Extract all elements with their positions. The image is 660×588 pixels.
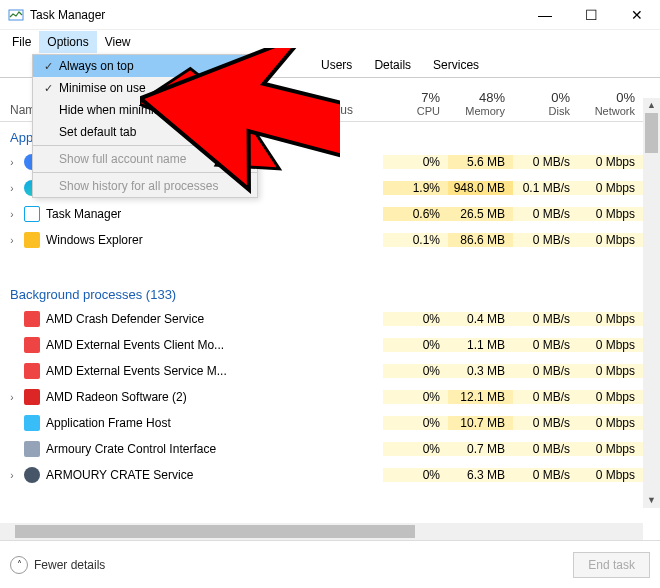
table-row[interactable]: ›ARMOURY CRATE Service 0%6.3 MB0 MB/s0 M… <box>0 462 660 488</box>
titlebar: Task Manager — ☐ ✕ <box>0 0 660 30</box>
vertical-scrollbar[interactable]: ▲ ▼ <box>643 98 660 508</box>
app-icon <box>24 389 40 405</box>
chevron-up-icon: ˄ <box>10 556 28 574</box>
menu-hide-when-minimised[interactable]: Hide when minimised <box>33 99 257 121</box>
menu-set-default-tab[interactable]: Set default tab▸ <box>33 121 257 143</box>
col-memory-header[interactable]: 48%Memory <box>448 78 513 121</box>
app-icon <box>24 311 40 327</box>
menu-minimise-on-use[interactable]: ✓Minimise on use <box>33 77 257 99</box>
chevron-right-icon[interactable]: › <box>6 183 18 194</box>
app-icon <box>24 441 40 457</box>
fewer-details-button[interactable]: ˄ Fewer details <box>10 556 105 574</box>
col-cpu-header[interactable]: 7%CPU <box>383 78 448 121</box>
app-icon <box>24 206 40 222</box>
table-row[interactable]: ›Application Frame Host 0%10.7 MB0 MB/s0… <box>0 410 660 436</box>
scroll-up-icon[interactable]: ▲ <box>643 98 660 113</box>
table-row[interactable]: ›AMD External Events Service M... 0%0.3 … <box>0 358 660 384</box>
scroll-thumb[interactable] <box>645 113 658 153</box>
chevron-right-icon[interactable]: › <box>6 392 18 403</box>
col-network-header[interactable]: 0%Network <box>578 78 643 121</box>
app-icon <box>24 232 40 248</box>
close-button[interactable]: ✕ <box>614 0 660 30</box>
end-task-button[interactable]: End task <box>573 552 650 578</box>
check-icon: ✓ <box>37 60 59 73</box>
separator <box>33 172 257 173</box>
maximize-button[interactable]: ☐ <box>568 0 614 30</box>
separator <box>33 145 257 146</box>
app-icon <box>24 363 40 379</box>
menu-show-full-account: Show full account name <box>33 148 257 170</box>
footer: ˄ Fewer details End task <box>0 540 660 588</box>
table-row[interactable]: ›AMD External Events Client Mo... 0%1.1 … <box>0 332 660 358</box>
chevron-right-icon[interactable]: › <box>6 209 18 220</box>
chevron-right-icon[interactable]: › <box>6 235 18 246</box>
app-icon <box>24 337 40 353</box>
menu-options[interactable]: Options <box>39 31 96 53</box>
chevron-right-icon[interactable]: › <box>6 157 18 168</box>
minimize-button[interactable]: — <box>522 0 568 30</box>
options-dropdown: ✓Always on top ✓Minimise on use Hide whe… <box>32 54 258 198</box>
menu-file[interactable]: File <box>4 31 39 53</box>
horizontal-scrollbar[interactable] <box>0 523 643 540</box>
scroll-down-icon[interactable]: ▼ <box>643 493 660 508</box>
chevron-right-icon[interactable]: › <box>6 470 18 481</box>
app-icon <box>24 415 40 431</box>
menu-view[interactable]: View <box>97 31 139 53</box>
app-icon <box>8 7 24 23</box>
group-background: Background processes (133) <box>0 279 660 306</box>
menu-show-history: Show history for all processes <box>33 175 257 197</box>
scroll-thumb[interactable] <box>15 525 415 538</box>
col-disk-header[interactable]: 0%Disk <box>513 78 578 121</box>
tab-users[interactable]: Users <box>310 53 363 77</box>
svg-rect-0 <box>9 10 23 20</box>
tab-services[interactable]: Services <box>422 53 490 77</box>
menubar: File Options View <box>0 30 660 54</box>
chevron-right-icon: ▸ <box>244 127 249 138</box>
tab-details[interactable]: Details <box>363 53 422 77</box>
check-icon: ✓ <box>37 82 59 95</box>
menu-always-on-top[interactable]: ✓Always on top <box>33 55 257 77</box>
app-icon <box>24 467 40 483</box>
table-row[interactable]: ›Task Manager 0.6% 26.5 MB 0 MB/s 0 Mbps <box>0 201 660 227</box>
table-row[interactable]: ›Armoury Crate Control Interface 0%0.7 M… <box>0 436 660 462</box>
table-row[interactable]: ›Windows Explorer 0.1% 86.6 MB 0 MB/s 0 … <box>0 227 660 253</box>
table-row[interactable]: ›AMD Crash Defender Service 0%0.4 MB0 MB… <box>0 306 660 332</box>
spacer-row <box>0 253 660 279</box>
window-title: Task Manager <box>30 8 522 22</box>
table-row[interactable]: ›AMD Radeon Software (2) 0%12.1 MB0 MB/s… <box>0 384 660 410</box>
